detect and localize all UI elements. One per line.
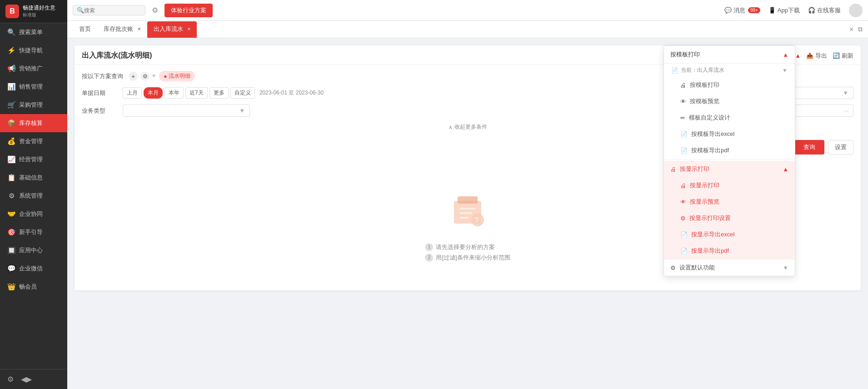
sidebar-item-sales[interactable]: 📊销售管理 [0, 78, 67, 96]
app-download-btn[interactable]: 📱 App下载 [768, 6, 800, 15]
sidebar-item-basic[interactable]: 📋基础信息 [0, 169, 67, 187]
export-icon: 📤 [806, 52, 813, 59]
sidebar-item-marketing[interactable]: 📢营销推广 [0, 60, 67, 78]
add-filter-btn[interactable]: + [129, 72, 138, 81]
setting-button[interactable]: 设置 [828, 140, 853, 155]
biz-type-select[interactable]: ▼ [123, 105, 250, 117]
display-section-header[interactable]: 🖨 按显示打印 ▲ [664, 161, 795, 177]
dropdown-display-pdf[interactable]: 📄 按显示导出pdf [664, 243, 795, 259]
sidebar-item-guide[interactable]: 🎯新手引导 [0, 223, 67, 241]
template-custom-label: 模板自定义设计 [689, 114, 730, 122]
service-label: 在线客服 [817, 6, 841, 15]
sidebar-item-quicknav[interactable]: ⚡快捷导航 [0, 41, 67, 60]
date-btn-custom[interactable]: 自定义 [230, 87, 255, 99]
collapse-more-btn[interactable]: ∧ 收起更多条件 [446, 120, 490, 134]
filter-collapse-btn[interactable]: « [152, 72, 155, 81]
tab-flow-close[interactable]: × [187, 26, 190, 32]
gear-icon[interactable]: ⚙ [150, 4, 160, 16]
dropdown-template-print[interactable]: 🖨 按模板打印 [664, 77, 795, 93]
dropdown-display-preview[interactable]: 👁 按显示预览 [664, 194, 795, 210]
inventory-icon: 📦 [7, 119, 15, 127]
member-icon: 👑 [7, 283, 15, 291]
search-input[interactable] [84, 7, 139, 14]
message-badge: 99+ [748, 7, 760, 13]
topbar-right: 💬 消息 99+ 📱 App下载 🎧 在线客服 [724, 4, 863, 17]
filter-settings-btn[interactable]: ⚙ [140, 72, 150, 81]
dropdown-template-pdf[interactable]: 📄 按模板导出pdf [664, 142, 795, 159]
export-btn[interactable]: 📤 导出 [806, 52, 827, 60]
date-btn-7days[interactable]: 近7天 [185, 87, 208, 99]
svg-text:?: ? [474, 216, 479, 224]
tab-batch[interactable]: 库存批次账 × [97, 21, 147, 38]
sidebar-item-inventory[interactable]: 📦库存核算 [0, 114, 67, 132]
collapse-icon[interactable]: ◀▶ [21, 375, 32, 384]
sidebar-item-search[interactable]: 🔍搜索菜单 [0, 23, 67, 41]
display-excel-icon: 📄 [680, 231, 688, 238]
query-button[interactable]: 查询 [794, 140, 824, 155]
operation-icon: 📈 [7, 155, 15, 164]
sidebar-item-weixin[interactable]: 💬企业微信 [0, 259, 67, 278]
avatar[interactable] [849, 4, 863, 17]
dropdown-template-custom[interactable]: ✏ 模板自定义设计 [664, 110, 795, 126]
sidebar-item-label-member: 畅会员 [19, 283, 37, 291]
tab-home[interactable]: 首页 [73, 21, 97, 38]
customer-service-btn[interactable]: 🎧 在线客服 [808, 6, 841, 15]
date-range-text: 2023-06-01 至 2023-06-30 [259, 89, 324, 97]
sidebar-item-label-guide: 新手引导 [19, 228, 43, 236]
warehouse-more[interactable]: ··· [843, 107, 848, 114]
dropdown-template-preview[interactable]: 👁 按模板预览 [664, 93, 795, 110]
step-1-num: 1 [425, 243, 433, 251]
search-box[interactable]: 🔍 [73, 5, 145, 15]
tab-flow[interactable]: 出入库流水 × [147, 21, 197, 38]
date-buttons: 上月 本月 本年 近7天 更多 自定义 2023-06-01 至 2023-06… [123, 87, 324, 99]
sidebar-item-collab[interactable]: 🤝企业协同 [0, 205, 67, 223]
svg-rect-4 [459, 217, 469, 219]
dropdown-template-excel[interactable]: 📄 按模板导出excel [664, 126, 795, 142]
purchase-icon: 🛒 [7, 101, 15, 109]
refresh-btn[interactable]: 🔄 刷新 [833, 52, 853, 60]
industry-btn[interactable]: 体验行业方案 [165, 4, 213, 17]
tab-batch-close[interactable]: × [138, 26, 141, 32]
date-btn-lastmonth[interactable]: 上月 [123, 87, 142, 99]
tab-batch-label: 库存批次账 [104, 25, 133, 32]
sidebar-item-finance[interactable]: 💰资金管理 [0, 132, 67, 150]
sidebar-item-operation[interactable]: 📈经营管理 [0, 150, 67, 169]
sidebar-item-label-weixin: 企业微信 [19, 264, 43, 273]
sidebar-item-system[interactable]: ⚙系统管理 [0, 187, 67, 205]
window-restore-icon[interactable]: ⧉ [858, 25, 863, 34]
sidebar-item-purchase[interactable]: 🛒采购管理 [0, 96, 67, 114]
dropdown-chevron-up[interactable]: ▲ [783, 51, 788, 58]
display-pdf-label: 按显示导出pdf [691, 247, 729, 255]
sidebar-item-apps[interactable]: 🔲应用中心 [0, 241, 67, 259]
message-btn[interactable]: 💬 消息 99+ [724, 6, 760, 15]
filter-tag[interactable]: ● 流水明细 [159, 71, 195, 81]
search-icon: 🔍 [77, 7, 84, 14]
dropdown-display-excel[interactable]: 📄 按显示导出excel [664, 226, 795, 243]
sidebar-item-label-system: 系统管理 [19, 192, 43, 200]
window-close-icon[interactable]: × [849, 25, 853, 34]
dropdown-display-print[interactable]: 🖨 按显示打印 [664, 177, 795, 194]
empty-step-2: 2 用[过滤]条件来缩小分析范围 [425, 252, 510, 263]
sidebar-item-member[interactable]: 👑畅会员 [0, 278, 67, 296]
date-btn-more[interactable]: 更多 [210, 87, 229, 99]
filter-header-label: 按以下方案查询 [82, 72, 123, 80]
dropdown-display-settings[interactable]: ⚙ 按显示打印设置 [664, 210, 795, 226]
empty-step-1: 1 请先选择要分析的方案 [425, 242, 510, 252]
logo-sub: 标准版 [23, 12, 55, 18]
chevron-up-icon: ▲ [795, 52, 801, 59]
footer-settings-icon: ⚙ [670, 264, 676, 271]
settings-icon[interactable]: ⚙ [7, 375, 14, 384]
template-preview-icon: 👁 [680, 98, 686, 105]
current-chevron[interactable]: ▼ [782, 67, 788, 74]
marketing-icon: 📢 [7, 65, 15, 73]
sidebar-bottom: ⚙ ◀▶ [0, 369, 67, 389]
date-btn-thisyear[interactable]: 本年 [165, 87, 184, 99]
dropdown-footer[interactable]: ⚙ 设置默认功能 ▼ [664, 259, 795, 276]
date-btn-thismonth[interactable]: 本月 [144, 87, 163, 99]
quicknav-icon: ⚡ [7, 46, 15, 55]
display-print-icon: 🖨 [680, 182, 686, 189]
sidebar: B 畅捷通好生意 标准版 🔍搜索菜单⚡快捷导航📢营销推广📊销售管理🛒采购管理📦库… [0, 0, 67, 389]
display-preview-icon: 👁 [680, 199, 686, 205]
collab-icon: 🤝 [7, 210, 15, 218]
sidebar-item-label-sales: 销售管理 [19, 83, 43, 91]
